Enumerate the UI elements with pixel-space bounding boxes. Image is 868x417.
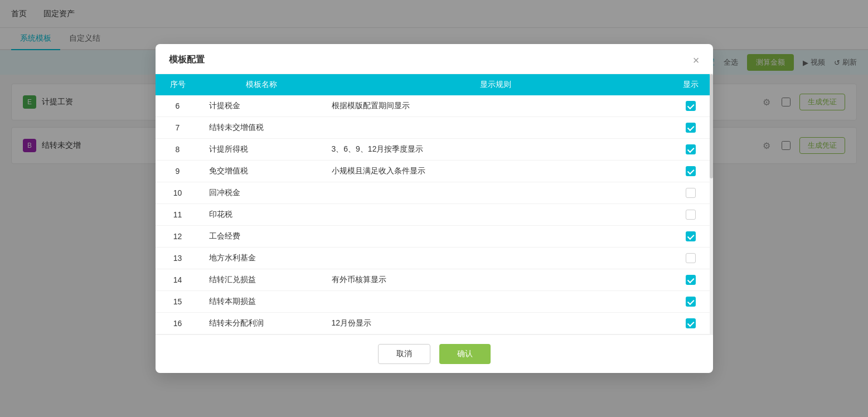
modal-overlay: 模板配置 × 序号 模板名称 显示规则 显示 6计提税金根据模版配置期间显 (0, 0, 868, 417)
cell-seq-9: 15 (156, 291, 200, 313)
cell-name-1: 结转未交增值税 (200, 117, 323, 139)
table-row: 12工会经费 (156, 226, 713, 248)
table-row: 8计提所得税3、6、9、12月按季度显示 (156, 139, 713, 161)
cell-rule-1 (323, 117, 668, 139)
cell-seq-2: 8 (156, 139, 200, 161)
cell-seq-4: 10 (156, 182, 200, 204)
cell-check-1 (668, 117, 713, 139)
cell-seq-5: 11 (156, 204, 200, 226)
modal-close-btn[interactable]: × (693, 55, 700, 66)
checkbox-empty-7[interactable] (686, 253, 696, 263)
cell-check-7 (668, 248, 713, 269)
cell-name-5: 印花税 (200, 204, 323, 226)
config-table: 序号 模板名称 显示规则 显示 6计提税金根据模版配置期间显示7结转未交增值税8… (156, 74, 713, 334)
table-row: 7结转未交增值税 (156, 117, 713, 139)
cell-name-6: 工会经费 (200, 226, 323, 248)
cell-check-8 (668, 269, 713, 291)
cell-seq-10: 16 (156, 313, 200, 334)
modal-body-inner: 序号 模板名称 显示规则 显示 6计提税金根据模版配置期间显示7结转未交增值税8… (156, 74, 713, 334)
cell-seq-6: 12 (156, 226, 200, 248)
cell-seq-0: 6 (156, 95, 200, 117)
cell-rule-10: 12月份显示 (323, 313, 668, 334)
cell-rule-4 (323, 182, 668, 204)
col-seq: 序号 (156, 74, 200, 95)
table-row: 16结转未分配利润12月份显示 (156, 313, 713, 334)
cell-name-7: 地方水利基金 (200, 248, 323, 269)
scrollbar-track (710, 74, 713, 334)
cell-name-2: 计提所得税 (200, 139, 323, 161)
modal-title: 模板配置 (169, 54, 205, 66)
cell-name-8: 结转汇兑损益 (200, 269, 323, 291)
cell-rule-5 (323, 204, 668, 226)
table-row: 11印花税 (156, 204, 713, 226)
confirm-btn[interactable]: 确认 (439, 344, 491, 364)
cell-rule-3: 小规模且满足收入条件显示 (323, 161, 668, 182)
table-row: 15结转本期损益 (156, 291, 713, 313)
cell-name-3: 免交增值税 (200, 161, 323, 182)
checkbox-empty-5[interactable] (686, 210, 696, 220)
cell-check-5 (668, 204, 713, 226)
cell-seq-3: 9 (156, 161, 200, 182)
cell-check-6 (668, 226, 713, 248)
cell-check-9 (668, 291, 713, 313)
checkbox-checked-2[interactable] (686, 144, 696, 154)
cell-rule-0: 根据模版配置期间显示 (323, 95, 668, 117)
table-row: 10回冲税金 (156, 182, 713, 204)
checkbox-checked-9[interactable] (686, 297, 696, 307)
cell-name-10: 结转未分配利润 (200, 313, 323, 334)
cell-check-2 (668, 139, 713, 161)
cell-seq-1: 7 (156, 117, 200, 139)
cell-check-10 (668, 313, 713, 334)
col-display: 显示 (668, 74, 713, 95)
table-row: 6计提税金根据模版配置期间显示 (156, 95, 713, 117)
checkbox-checked-10[interactable] (686, 318, 696, 328)
scrollbar-thumb (710, 74, 713, 178)
cell-check-0 (668, 95, 713, 117)
table-body: 6计提税金根据模版配置期间显示7结转未交增值税8计提所得税3、6、9、12月按季… (156, 95, 713, 334)
checkbox-checked-0[interactable] (686, 101, 696, 111)
cell-name-9: 结转本期损益 (200, 291, 323, 313)
template-config-modal: 模板配置 × 序号 模板名称 显示规则 显示 6计提税金根据模版配置期间显 (156, 44, 713, 373)
cancel-btn[interactable]: 取消 (378, 344, 430, 364)
cell-seq-7: 13 (156, 248, 200, 269)
cell-rule-2: 3、6、9、12月按季度显示 (323, 139, 668, 161)
cell-rule-7 (323, 248, 668, 269)
table-row: 9免交增值税小规模且满足收入条件显示 (156, 161, 713, 182)
cell-rule-8: 有外币核算显示 (323, 269, 668, 291)
cell-check-4 (668, 182, 713, 204)
col-rule: 显示规则 (323, 74, 668, 95)
modal-header: 模板配置 × (156, 44, 713, 74)
checkbox-checked-8[interactable] (686, 275, 696, 285)
modal-footer: 取消 确认 (156, 334, 713, 373)
cell-seq-8: 14 (156, 269, 200, 291)
checkbox-empty-4[interactable] (686, 188, 696, 198)
col-name: 模板名称 (200, 74, 323, 95)
cell-name-4: 回冲税金 (200, 182, 323, 204)
checkbox-checked-6[interactable] (686, 231, 696, 241)
table-row: 14结转汇兑损益有外币核算显示 (156, 269, 713, 291)
cell-check-3 (668, 161, 713, 182)
modal-body: 序号 模板名称 显示规则 显示 6计提税金根据模版配置期间显示7结转未交增值税8… (156, 74, 713, 334)
checkbox-checked-3[interactable] (686, 166, 696, 176)
table-row: 13地方水利基金 (156, 248, 713, 269)
table-header: 序号 模板名称 显示规则 显示 (156, 74, 713, 95)
cell-name-0: 计提税金 (200, 95, 323, 117)
cell-rule-9 (323, 291, 668, 313)
cell-rule-6 (323, 226, 668, 248)
checkbox-checked-1[interactable] (686, 123, 696, 133)
